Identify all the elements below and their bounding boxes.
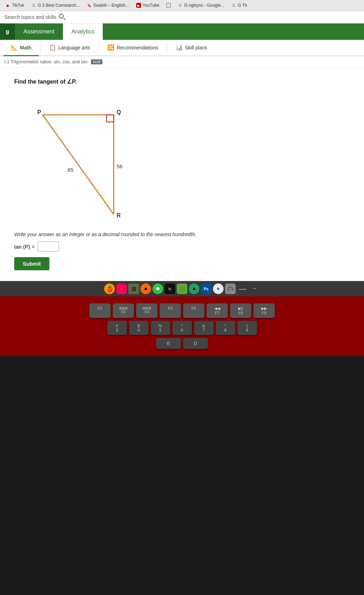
key-f9[interactable]: ▶▶F9: [253, 303, 275, 318]
tab-youtube[interactable]: ▶ YouTube: [134, 2, 161, 9]
key-f8[interactable]: ▶∥F8: [230, 303, 251, 318]
nav-bar: g Assessment Analytics: [0, 23, 364, 40]
key-4[interactable]: $4: [129, 321, 149, 335]
keyboard-area: F2 ⊞⊞⊞F3 ⊞⊞⊞F4 F5 F6 ◀◀F7 ▶∥F8 ▶▶F9 #3 $…: [0, 296, 364, 356]
tab-skill-plans[interactable]: 📊 Skill plans: [168, 40, 214, 56]
dock-separator: —: [237, 283, 248, 294]
tab-nglsync[interactable]: G G nglsync - Google...: [176, 2, 226, 9]
breadcrumb-text: I.1 Trigonometric ratios: sin, cos, and …: [4, 59, 87, 64]
key-f5[interactable]: F5: [160, 303, 181, 318]
main-content: Find the tangent of ∠P. P Q R 65 56 Writ…: [0, 68, 364, 281]
key-e[interactable]: E: [156, 338, 181, 349]
key-3[interactable]: #3: [107, 321, 127, 335]
youtube-icon: ▶: [136, 3, 141, 8]
key-f4[interactable]: ⊞⊞⊞F4: [136, 303, 157, 318]
keyboard-row-fn: F2 ⊞⊞⊞F3 ⊞⊞⊞F4 F5 F6 ◀◀F7 ▶∥F8 ▶▶F9: [4, 303, 360, 318]
dock-nature[interactable]: 🌿: [177, 283, 187, 294]
breadcrumb-badge: NH8: [91, 59, 102, 64]
key-f6[interactable]: F6: [183, 303, 204, 318]
tab-g-th[interactable]: G G Th: [229, 2, 249, 9]
dock-tilde: ~: [249, 283, 260, 294]
dock-game[interactable]: 🎮: [225, 283, 236, 294]
key-8[interactable]: *8: [216, 321, 235, 335]
breadcrumb-bar: I.1 Trigonometric ratios: sin, cos, and …: [0, 56, 364, 68]
nav-tab-analytics[interactable]: Analytics: [63, 23, 103, 40]
side-QR-label: 56: [117, 163, 123, 169]
dock-messages[interactable]: 💬: [152, 283, 163, 294]
dock-spotify[interactable]: ●: [189, 283, 199, 294]
browser-tab-bar: ▶ TikTok G G 5 Best Comstarch... 🔖 Swahi…: [0, 0, 364, 11]
tab-divider-1: [40, 42, 41, 53]
svg-rect-3: [107, 115, 114, 122]
tab-square[interactable]: [164, 2, 173, 8]
recommendations-icon: 🔀: [107, 44, 114, 51]
triangle-diagram: P Q R 65 56: [14, 94, 350, 223]
answer-row: tan (P) =: [14, 241, 350, 251]
bookmark-icon: 🔖: [87, 3, 92, 8]
tab-divider-2: [98, 42, 99, 53]
google-icon-3: G: [231, 3, 236, 8]
tab-comstarch[interactable]: G G 5 Best Comstarch...: [29, 2, 82, 9]
tab-math[interactable]: 📐 Math: [4, 40, 39, 56]
square-icon: [166, 3, 171, 7]
math-icon: 📐: [11, 44, 18, 51]
nav-tab-assessment[interactable]: Assessment: [15, 23, 63, 40]
key-6[interactable]: ^6: [172, 321, 192, 335]
tab-swahili[interactable]: 🔖 Swahili – English...: [85, 2, 131, 9]
dock-finder[interactable]: 🍎: [104, 283, 115, 294]
key-f2[interactable]: F2: [89, 303, 111, 318]
vertex-Q-label: Q: [117, 109, 121, 115]
nav-brand: g: [0, 23, 15, 40]
tab-recommendations[interactable]: 🔀 Recommendations: [100, 40, 165, 56]
answer-instruction: Write your answer as an integer or as a …: [14, 232, 350, 237]
keyboard-row-bottom: E D: [4, 338, 360, 349]
search-icon: [59, 14, 65, 20]
subject-tabs: 📐 Math 📋 Language arts 🔀 Recommendations…: [0, 40, 364, 56]
answer-input[interactable]: [38, 241, 59, 251]
skill-plans-icon: 📊: [176, 44, 183, 51]
submit-button[interactable]: Submit: [14, 257, 49, 270]
search-area: Search topics and skills: [0, 11, 364, 23]
vertex-P-label: P: [37, 109, 41, 115]
language-arts-icon: 📋: [49, 44, 56, 51]
dock-chrome[interactable]: [213, 283, 224, 294]
key-f3[interactable]: ⊞⊞⊞F3: [113, 303, 134, 318]
svg-point-5: [217, 287, 220, 290]
question-prompt: Find the tangent of ∠P.: [14, 78, 350, 85]
dock-appletv[interactable]: tv: [165, 283, 175, 294]
key-d[interactable]: D: [183, 338, 208, 349]
dock-photoshop[interactable]: Ps: [201, 283, 212, 294]
tiktok-icon: ▶: [6, 3, 11, 8]
key-7[interactable]: &7: [194, 321, 214, 335]
keyboard-row-num: #3 $4 %5 ^6 &7 *8 (9: [4, 321, 360, 335]
answer-area: Write your answer as an integer or as a …: [14, 232, 350, 270]
vertex-R-label: R: [117, 212, 121, 218]
tab-language-arts[interactable]: 📋 Language arts: [42, 40, 97, 56]
search-label: Search topics and skills: [4, 14, 56, 20]
tab-tiktok[interactable]: ▶ TikTok: [4, 2, 26, 9]
side-PR-label: 65: [68, 167, 74, 173]
key-9[interactable]: (9: [237, 321, 257, 335]
svg-line-1: [43, 115, 114, 214]
key-5[interactable]: %5: [151, 321, 170, 335]
nav-tabs: Assessment Analytics: [15, 23, 103, 40]
key-f7[interactable]: ◀◀F7: [207, 303, 228, 318]
dock-music[interactable]: ♪: [116, 283, 127, 294]
dock-grid[interactable]: ⊞: [128, 283, 139, 294]
mac-dock: 🍎 ♪ ⊞ ● 💬 tv 🌿 ● Ps 🎮 — ~: [0, 281, 364, 296]
triangle-svg: P Q R 65 56: [14, 94, 149, 222]
google-icon-1: G: [31, 3, 36, 8]
dock-item-3[interactable]: ●: [140, 283, 151, 294]
tab-divider-3: [167, 42, 167, 53]
answer-label: tan (P) =: [14, 244, 35, 250]
google-icon-2: G: [178, 3, 183, 8]
